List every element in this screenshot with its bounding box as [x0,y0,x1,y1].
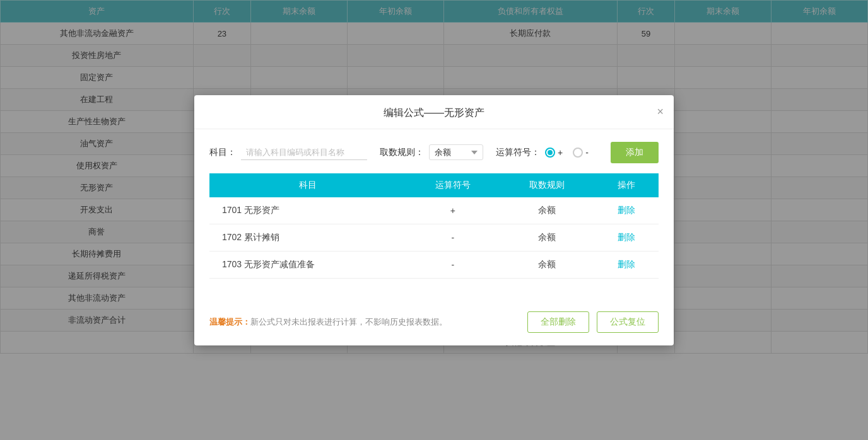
subject-input[interactable] [241,145,367,160]
hint-prefix: 温馨提示： [209,317,250,327]
subject-cell: 1702 累计摊销 [209,224,406,251]
operator-label: 运算符号： [496,147,540,158]
table-header-row: 科目 运算符号 取数规则 操作 [209,173,659,197]
modal-dialog: 编辑公式——无形资产 × 科目： 取数规则： 余额 借方 贷方 [194,95,674,345]
delete-link-1[interactable]: 删除 [618,232,635,242]
col-subject: 科目 [209,173,406,197]
close-button[interactable]: × [657,106,664,117]
radio-minus-label: - [585,148,589,158]
modal-header: 编辑公式——无形资产 × [194,95,674,129]
delete-link-0[interactable]: 删除 [618,205,635,215]
operator-cell: - [406,224,500,251]
radio-minus-circle [573,148,583,158]
modal-footer: 温馨提示：新公式只对未出报表进行计算，不影响历史报表数据。 全部删除 公式复位 [194,304,674,345]
subject-group: 科目： [209,145,367,160]
subject-cell: 1703 无形资产减值准备 [209,251,406,278]
operator-cell: - [406,251,500,278]
modal-body: 科目： 取数规则： 余额 借方 贷方 借方累计 贷方累计 [194,129,674,304]
table-row: 1701 无形资产 + 余额 删除 [209,197,659,224]
action-cell: 删除 [594,251,659,278]
radio-plus[interactable]: + [545,148,563,158]
footer-buttons: 全部删除 公式复位 [527,311,659,333]
reset-formula-button[interactable]: 公式复位 [597,311,659,333]
operator-cell: + [406,197,500,224]
subject-label: 科目： [209,147,236,158]
radio-group: + - [545,148,589,158]
add-button[interactable]: 添加 [611,142,659,163]
col-operator: 运算符号 [406,173,500,197]
hint-text: 新公式只对未出报表进行计算，不影响历史报表数据。 [250,317,447,327]
modal-title: 编辑公式——无形资产 [384,107,484,118]
col-rule: 取数规则 [500,173,595,197]
form-row: 科目： 取数规则： 余额 借方 贷方 借方累计 贷方累计 [209,142,659,163]
table-row: 1703 无形资产减值准备 - 余额 删除 [209,251,659,278]
action-cell: 删除 [594,224,659,251]
radio-plus-circle [545,148,555,158]
action-cell: 删除 [594,197,659,224]
delete-link-2[interactable]: 删除 [618,259,635,269]
operator-group: 运算符号： + - [496,147,589,158]
rule-cell: 余额 [500,224,595,251]
delete-all-button[interactable]: 全部删除 [527,311,589,333]
subject-cell: 1701 无形资产 [209,197,406,224]
fetch-rule-label: 取数规则： [380,147,424,158]
rule-cell: 余额 [500,251,595,278]
radio-minus[interactable]: - [573,148,589,158]
rule-cell: 余额 [500,197,595,224]
formula-table: 科目 运算符号 取数规则 操作 1701 无形资产 + 余额 删除 [209,173,659,279]
footer-hint: 温馨提示：新公式只对未出报表进行计算，不影响历史报表数据。 [209,316,447,328]
modal-overlay: 编辑公式——无形资产 × 科目： 取数规则： 余额 借方 贷方 [0,0,868,440]
fetch-rule-select[interactable]: 余额 借方 贷方 借方累计 贷方累计 [429,144,483,160]
table-row: 1702 累计摊销 - 余额 删除 [209,224,659,251]
radio-plus-label: + [558,148,563,158]
fetch-rule-group: 取数规则： 余额 借方 贷方 借方累计 贷方累计 [380,144,483,160]
col-action: 操作 [594,173,659,197]
fetch-rule-select-group: 余额 借方 贷方 借方累计 贷方累计 [429,144,483,160]
